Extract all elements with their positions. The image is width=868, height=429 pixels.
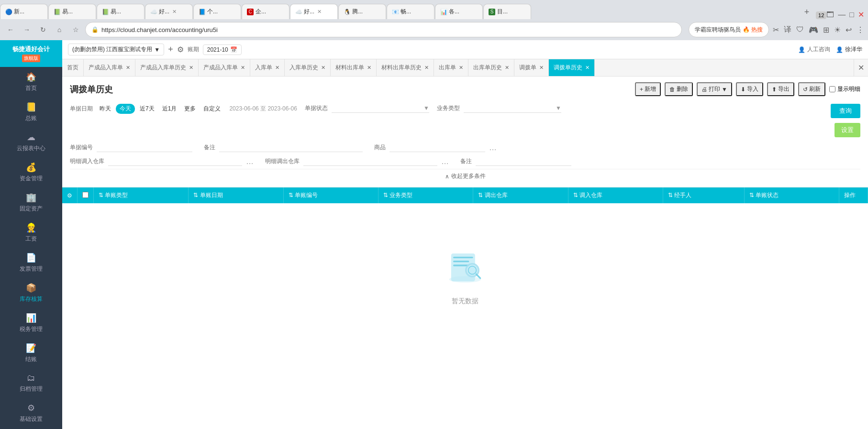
th-doc-date[interactable]: ⇅ 单账日期	[189, 187, 283, 203]
query-button[interactable]: 查询	[831, 104, 860, 118]
browser-tab-5[interactable]: 📘 个...	[193, 4, 241, 19]
detail-in-more-icon[interactable]: …	[246, 157, 254, 166]
browser-tab-8[interactable]: 🐧 腾...	[338, 4, 386, 19]
close-tab-material-out-history[interactable]: ✕	[424, 65, 429, 71]
print-button[interactable]: 🖨 打印 ▼	[697, 82, 732, 96]
close-tab-outbound[interactable]: ✕	[459, 65, 463, 71]
shield-icon[interactable]: 🛡	[796, 25, 804, 34]
sidebar-item-archive[interactable]: 🗂 归档管理	[0, 368, 62, 398]
delete-button[interactable]: 🗑 删除	[665, 82, 693, 96]
date-btn-1month[interactable]: 近1月	[159, 104, 180, 114]
sidebar-item-closing[interactable]: 📝 结账	[0, 338, 62, 368]
brightness-icon[interactable]: ☀	[834, 25, 841, 34]
close-tab-4[interactable]: ✕	[172, 9, 177, 15]
page-tab-inbound-history[interactable]: 入库单历史 ✕	[285, 59, 331, 77]
collapse-filter-bar[interactable]: ∧ 收起更多条件	[70, 169, 860, 183]
th-out-warehouse[interactable]: ⇅ 调出仓库	[473, 187, 568, 203]
close-tab-inbound-history[interactable]: ✕	[321, 65, 325, 71]
undo-icon[interactable]: ↩	[846, 25, 852, 34]
user-button[interactable]: 👤 徐泽华	[836, 45, 862, 54]
goods-more-icon[interactable]: …	[489, 143, 497, 152]
close-window-icon[interactable]: ✕	[858, 10, 864, 19]
date-btn-more[interactable]: 更多	[181, 104, 199, 114]
sidebar-item-invoice[interactable]: 📄 发票管理	[0, 248, 62, 278]
sidebar-item-ledger[interactable]: 📒 总账	[0, 97, 62, 127]
refresh-button[interactable]: ↻	[36, 23, 50, 36]
header-settings-icon[interactable]: ⚙	[177, 45, 184, 54]
detail-remark-input[interactable]	[476, 157, 571, 166]
th-doc-type[interactable]: ⇅ 单账类型	[94, 187, 189, 203]
browser-tab-3[interactable]: 📗 易...	[97, 4, 145, 19]
browser-tab-4[interactable]: ☁️ 好... ✕	[145, 4, 193, 19]
back-button[interactable]: ←	[4, 23, 17, 36]
new-button[interactable]: + 新增	[635, 82, 661, 96]
biz-type-select[interactable]: ▼	[464, 104, 561, 113]
date-btn-7days[interactable]: 近7天	[137, 104, 157, 114]
status-select[interactable]: ▼	[332, 104, 429, 113]
period-value[interactable]: 2021-10 📅	[203, 44, 242, 55]
goods-input[interactable]	[389, 143, 485, 152]
browser-tab-1[interactable]: 🔵 新...	[0, 4, 48, 19]
th-handler[interactable]: ⇅ 经手人	[663, 187, 744, 203]
sidebar-item-home[interactable]: 🏠 首页	[0, 67, 62, 97]
th-checkbox[interactable]	[78, 187, 94, 203]
th-doc-no[interactable]: ⇅ 单账编号	[283, 187, 378, 203]
close-all-tabs-button[interactable]: ✕	[854, 59, 868, 77]
add-company-button[interactable]: +	[168, 44, 173, 55]
browser-tab-11[interactable]: S 目...	[483, 4, 531, 19]
detail-out-more-icon[interactable]: …	[441, 157, 449, 166]
sidebar-item-inventory[interactable]: 📦 库存核算	[0, 278, 62, 308]
page-tab-inbound[interactable]: 入库单 ✕	[250, 59, 285, 77]
url-bar[interactable]: 🔒 https://cloud.chanjet.com/accounting/u…	[85, 22, 682, 37]
bookmark-button[interactable]: ☆	[69, 23, 82, 36]
grid-icon[interactable]: ⊞	[823, 25, 829, 34]
forward-button[interactable]: →	[20, 23, 33, 36]
browser-tab-2[interactable]: 📗 易...	[48, 4, 96, 19]
doc-no-input[interactable]	[97, 143, 192, 152]
browser-tab-6[interactable]: C 企...	[242, 4, 289, 19]
detail-in-input[interactable]	[108, 157, 242, 166]
display-detail-toggle[interactable]: 显示明细	[829, 85, 860, 93]
date-btn-today[interactable]: 今天	[116, 104, 135, 114]
page-tab-outbound[interactable]: 出库单 ✕	[434, 59, 468, 77]
sidebar-item-cloud-report[interactable]: ☁ 云报表中心	[0, 127, 62, 157]
page-tab-home[interactable]: 首页	[62, 59, 84, 77]
remark-input[interactable]	[219, 143, 363, 152]
sidebar-item-fixed-assets[interactable]: 🏢 固定资产	[0, 187, 62, 218]
import-button[interactable]: ⬇ 导入	[736, 82, 763, 96]
display-detail-checkbox[interactable]	[829, 86, 835, 92]
sidebar-item-basic-settings[interactable]: ⚙ 基础设置	[0, 398, 62, 428]
th-doc-status[interactable]: ⇅ 单账状态	[744, 187, 839, 203]
page-tab-product-inbound2[interactable]: 产成品入库单 ✕	[199, 59, 250, 77]
close-tab-transfer-history[interactable]: ✕	[585, 65, 590, 71]
close-tab-inbound[interactable]: ✕	[275, 65, 279, 71]
filter-settings-button[interactable]: 设置	[835, 123, 860, 137]
company-selector[interactable]: (勿删勿禁用) 江西服宝测试专用 ▼	[68, 44, 164, 55]
sidebar-item-payroll[interactable]: 👷 工资	[0, 218, 62, 248]
detail-out-input[interactable]	[303, 157, 437, 166]
browser-tab-9[interactable]: 📧 畅...	[387, 4, 434, 19]
page-tab-material-out[interactable]: 材料出库单 ✕	[331, 59, 377, 77]
translate-icon[interactable]: 译	[784, 25, 791, 35]
menu-icon[interactable]: ⋮	[857, 25, 864, 34]
date-btn-custom[interactable]: 自定义	[200, 104, 223, 114]
page-tab-transfer[interactable]: 调拨单 ✕	[514, 59, 549, 77]
th-settings[interactable]: ⚙	[62, 187, 78, 203]
close-tab-product-inbound-history[interactable]: ✕	[189, 65, 193, 71]
close-tab-7[interactable]: ✕	[317, 9, 322, 15]
new-tab-button[interactable]: +	[800, 5, 814, 19]
select-all-checkbox[interactable]	[82, 192, 89, 198]
th-biz-type[interactable]: ⇅ 业务类型	[378, 187, 473, 203]
th-in-warehouse[interactable]: ⇅ 调入仓库	[568, 187, 663, 203]
export-button[interactable]: ⬆ 导出	[767, 82, 794, 96]
browser-tab-10[interactable]: 📊 各...	[435, 4, 483, 19]
browser-search-bar[interactable]: 学霸应聘场驱鸟员 🔥 热搜	[689, 22, 769, 37]
home-button[interactable]: ⌂	[53, 23, 66, 36]
minimize-icon[interactable]: —	[838, 11, 846, 19]
browser-tab-7[interactable]: ☁️ 好... ✕	[290, 4, 338, 19]
close-tab-transfer[interactable]: ✕	[539, 65, 544, 71]
gamepad-icon[interactable]: 🎮	[809, 25, 818, 34]
page-tab-product-inbound[interactable]: 产成品入库单 ✕	[84, 59, 135, 77]
close-tab-outbound-history[interactable]: ✕	[505, 65, 509, 71]
window-icon[interactable]: 🗔	[826, 11, 834, 19]
